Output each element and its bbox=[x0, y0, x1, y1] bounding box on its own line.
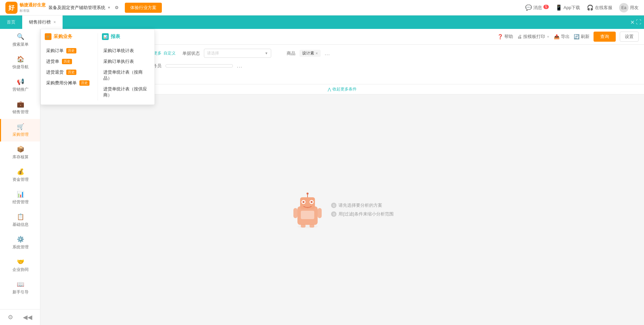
sidebar-label-system: 系统管理 bbox=[12, 244, 29, 250]
svg-point-0 bbox=[297, 225, 318, 228]
salesperson-more-btn[interactable]: ... bbox=[237, 63, 242, 69]
sidebar-label-enterprise: 企业协同 bbox=[12, 267, 29, 273]
header-right: 💬 消息 5 📱 App下载 🎧 在线客服 Ea 用友 bbox=[525, 3, 639, 12]
tab-sales-ranking[interactable]: 销售排行榜 × bbox=[22, 15, 63, 29]
sidebar-item-marketing[interactable]: 📢 营销推广 bbox=[0, 74, 40, 96]
goods-more-btn[interactable]: ... bbox=[325, 50, 330, 56]
logo-area: 好 畅捷通好生意 标准版 bbox=[5, 2, 46, 14]
inventory-icon: 📦 bbox=[17, 146, 24, 153]
online-service-item[interactable]: 🎧 在线客服 bbox=[587, 4, 612, 11]
sys-title-area: 装备及固定资产辅助管理系统 ▼ ⚙ bbox=[48, 5, 121, 11]
empty-hints: ① 请先选择要分析的方案 ② 用[过滤]条件来缩小分析范围 bbox=[331, 202, 393, 217]
sidebar-item-search[interactable]: 🔍 搜索菜单 bbox=[0, 29, 40, 51]
svg-rect-9 bbox=[293, 208, 297, 218]
sidebar-collapse-icon[interactable]: ◀◀ bbox=[23, 314, 32, 321]
empty-state: ① 请先选择要分析的方案 ② 用[过滤]条件来缩小分析范围 bbox=[40, 94, 644, 325]
query-button[interactable]: 查询 bbox=[594, 32, 616, 42]
voucher-status-select[interactable]: 请选择 ▼ bbox=[204, 49, 271, 58]
sidebar-item-inventory[interactable]: 📦 库存核算 bbox=[0, 141, 40, 164]
sidebar-bottom: ⚙ ◀◀ bbox=[0, 309, 40, 325]
purchase-col-icon: 🛒 bbox=[45, 33, 51, 40]
refresh-btn[interactable]: 🔄 刷新 bbox=[574, 34, 589, 40]
industry-btn[interactable]: 体验行业方案 bbox=[125, 3, 162, 13]
dropdown-col-reports: 📊 报表 采购订单统计表 采购订单执行表 进货单统计表（按商品） 进货单统计表（… bbox=[98, 33, 155, 100]
avatar: Ea bbox=[619, 3, 629, 12]
menu-item-receipt-stats-goods[interactable]: 进货单统计表（按商品） bbox=[102, 67, 151, 84]
sidebar-item-operation[interactable]: 📊 经营管理 bbox=[0, 187, 40, 209]
dropdown-columns: 🛒 采购业务 采购订单 历史 进货单 历史 进货退货 历史 采购费用分摊单 历史 bbox=[41, 33, 154, 100]
menu-item-receipt-stats-supplier[interactable]: 进货单统计表（按供应商） bbox=[102, 84, 151, 100]
menu-item-order-stats[interactable]: 采购订单统计表 bbox=[102, 45, 151, 56]
purchase-dropdown-menu: 🛒 采购业务 采购订单 历史 进货单 历史 进货退货 历史 采购费用分摊单 历史 bbox=[40, 29, 155, 105]
tab-home-label: 首页 bbox=[7, 19, 15, 25]
menu-item-purchase-expense[interactable]: 采购费用分摊单 历史 bbox=[45, 78, 94, 88]
sys-title-text: 装备及固定资产辅助管理系统 bbox=[48, 5, 105, 11]
settings-button[interactable]: 设置 bbox=[620, 32, 639, 42]
sidebar-settings-icon[interactable]: ⚙ bbox=[8, 314, 13, 321]
menu-item-purchase-receipt[interactable]: 进货单 历史 bbox=[45, 56, 94, 67]
app-download-label: App下载 bbox=[564, 5, 580, 11]
tab-controls: ✕ ⛶ bbox=[630, 19, 644, 26]
menu-item-order-exec[interactable]: 采购订单执行表 bbox=[102, 56, 151, 67]
enterprise-icon: 🤝 bbox=[17, 258, 24, 266]
sidebar: 🔍 搜索菜单 🏠 快捷导航 📢 营销推广 💼 销售管理 🛒 采购管理 📦 库存核… bbox=[0, 29, 40, 325]
salesperson-select[interactable] bbox=[166, 64, 233, 68]
user-item[interactable]: Ea 用友 bbox=[619, 3, 639, 12]
purchase-return-hist-badge: 历史 bbox=[66, 70, 76, 75]
menu-item-purchase-order[interactable]: 采购订单 历史 bbox=[45, 45, 94, 56]
help-btn[interactable]: ❓ 帮助 bbox=[497, 34, 513, 40]
dropdown-arrow-icon[interactable]: ▼ bbox=[107, 6, 111, 9]
tab-close-icon[interactable]: × bbox=[53, 20, 56, 25]
reports-col-icon: 📊 bbox=[102, 33, 109, 40]
top-header: 好 畅捷通好生意 标准版 装备及固定资产辅助管理系统 ▼ ⚙ 体验行业方案 💬 … bbox=[0, 0, 644, 15]
purchase-expense-hist-badge: 历史 bbox=[79, 80, 90, 86]
print-dropdown-icon[interactable]: ▼ bbox=[546, 35, 550, 39]
sidebar-item-enterprise[interactable]: 🤝 企业协同 bbox=[0, 254, 40, 277]
sidebar-label-basic: 基础信息 bbox=[12, 222, 29, 228]
hint-text-2: 用[过滤]条件来缩小分析范围 bbox=[338, 211, 393, 217]
menu-item-purchase-return[interactable]: 进货退货 历史 bbox=[45, 67, 94, 78]
reports-col-title: 报表 bbox=[111, 34, 120, 40]
sidebar-item-capital[interactable]: 💰 资金管理 bbox=[0, 164, 40, 187]
help-label: 帮助 bbox=[504, 34, 513, 40]
sidebar-item-newbie[interactable]: 📖 新手引导 bbox=[0, 277, 40, 299]
logo-text: 畅捷通好生意 标准版 bbox=[20, 2, 46, 13]
sidebar-label-marketing: 营销推广 bbox=[12, 87, 29, 92]
tab-home[interactable]: 首页 bbox=[0, 15, 22, 29]
sidebar-label-newbie: 新手引导 bbox=[12, 289, 29, 295]
goods-tag-close-icon[interactable]: × bbox=[316, 51, 318, 56]
svg-rect-13 bbox=[301, 211, 314, 219]
sidebar-item-purchase[interactable]: 🛒 采购管理 bbox=[0, 119, 40, 141]
tab-maximize-icon[interactable]: ⛶ bbox=[636, 19, 641, 25]
quick-custom[interactable]: 自定义 bbox=[164, 50, 176, 56]
dropdown-col-purchase: 🛒 采购业务 采购订单 历史 进货单 历史 进货退货 历史 采购费用分摊单 历史 bbox=[41, 33, 98, 100]
receipt-stats-goods-label: 进货单统计表（按商品） bbox=[103, 69, 149, 81]
messages-item[interactable]: 💬 消息 5 bbox=[525, 4, 549, 11]
sidebar-label-quicknav: 快捷导航 bbox=[12, 64, 29, 70]
goods-tag: 设计素 × bbox=[299, 50, 321, 57]
sidebar-item-quicknav[interactable]: 🏠 快捷导航 bbox=[0, 51, 40, 74]
svg-point-5 bbox=[302, 201, 305, 203]
svg-point-6 bbox=[311, 201, 313, 203]
svg-rect-12 bbox=[310, 224, 314, 228]
brand-name: 畅捷通好生意 bbox=[20, 2, 46, 8]
voucher-status-value: 请选择 bbox=[207, 50, 219, 56]
export-btn[interactable]: 📤 导出 bbox=[554, 34, 570, 40]
app-download-item[interactable]: 📱 App下载 bbox=[556, 4, 580, 11]
headset-icon: 🎧 bbox=[587, 4, 594, 11]
voucher-status-arrow-icon: ▼ bbox=[265, 51, 268, 55]
sidebar-item-system[interactable]: ⚙️ 系统管理 bbox=[0, 232, 40, 254]
search-icon: 🔍 bbox=[17, 33, 24, 40]
tab-close-window-icon[interactable]: ✕ bbox=[630, 19, 635, 26]
message-icon: 💬 bbox=[525, 4, 532, 11]
export-icon: 📤 bbox=[554, 34, 560, 39]
purchase-order-label: 采购订单 bbox=[46, 48, 64, 54]
basic-icon: 📋 bbox=[17, 213, 24, 220]
refresh-label: 刷新 bbox=[581, 34, 589, 40]
print-btn[interactable]: 🖨 按模板打印 ▼ bbox=[517, 34, 550, 40]
sidebar-item-basic[interactable]: 📋 基础信息 bbox=[0, 209, 40, 232]
sys-settings-icon[interactable]: ⚙ bbox=[115, 5, 119, 10]
collapse-label: 收起更多条件 bbox=[332, 86, 357, 92]
phone-icon: 📱 bbox=[556, 4, 562, 11]
sidebar-item-sales[interactable]: 💼 销售管理 bbox=[0, 96, 40, 119]
